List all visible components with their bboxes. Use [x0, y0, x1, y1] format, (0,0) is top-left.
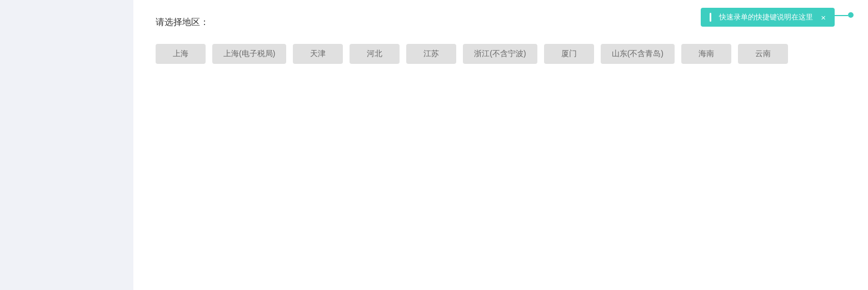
main-content: 请选择地区： 上海上海(电子税局)天津河北江苏浙江(不含宁波)厦门山东(不含青岛… [133, 0, 868, 290]
tooltip-connector-dot [848, 12, 854, 18]
region-button-shanghai-etax[interactable]: 上海(电子税局) [212, 44, 286, 64]
region-button-group: 上海上海(电子税局)天津河北江苏浙江(不含宁波)厦门山东(不含青岛)海南云南 [156, 44, 846, 64]
region-button-tianjin[interactable]: 天津 [293, 44, 343, 64]
tooltip-text: 快速录单的快捷键说明在这里 [719, 12, 813, 22]
tooltip-bar: 快速录单的快捷键说明在这里 × [701, 8, 835, 27]
region-button-shandong[interactable]: 山东(不含青岛) [601, 44, 675, 64]
region-button-xiamen[interactable]: 厦门 [544, 44, 594, 64]
region-button-zhejiang[interactable]: 浙江(不含宁波) [463, 44, 537, 64]
region-button-hainan[interactable]: 海南 [681, 44, 731, 64]
region-button-shanghai[interactable]: 上海 [156, 44, 206, 64]
region-button-jiangsu[interactable]: 江苏 [406, 44, 456, 64]
region-button-yunnan[interactable]: 云南 [738, 44, 788, 64]
tooltip-connector-line [835, 15, 848, 16]
region-button-hebei[interactable]: 河北 [350, 44, 400, 64]
tooltip-close-button[interactable]: × [821, 13, 826, 22]
sidebar [0, 0, 133, 290]
